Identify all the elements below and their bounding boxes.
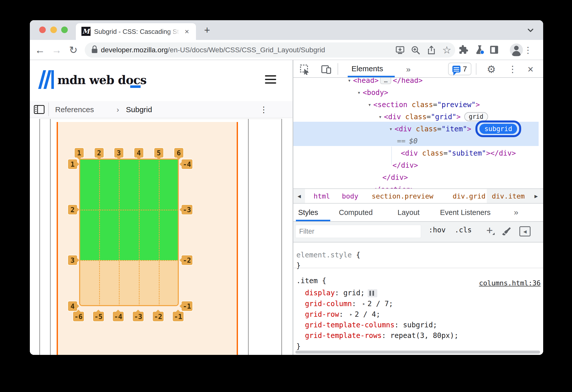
rule-element-style-close: } <box>296 260 301 271</box>
dom-close-div-item[interactable]: </div> <box>392 159 418 171</box>
crumb-scroll-right-icon[interactable]: ▶ <box>530 189 542 203</box>
breadcrumb-references[interactable]: References <box>55 105 94 114</box>
rule-divider <box>293 268 543 268</box>
css-property-grid-column[interactable]: grid-column: ▸2 / 7; <box>305 298 393 309</box>
rendering-brush-icon[interactable] <box>501 225 512 238</box>
divider <box>48 103 49 116</box>
sidebar-toggle-icon[interactable] <box>34 105 45 114</box>
tab-event-listeners[interactable]: Event Listeners <box>440 208 491 217</box>
crumb-scroll-left-icon[interactable]: ◀ <box>293 189 305 203</box>
back-icon[interactable]: ← <box>33 40 47 60</box>
side-panel-icon[interactable] <box>489 44 500 56</box>
example-border-line <box>248 119 249 355</box>
tab-close-icon[interactable]: × <box>182 27 192 36</box>
mdn-logo-text[interactable]: mdn web docs <box>57 73 146 87</box>
new-tab-button[interactable]: + <box>201 24 213 36</box>
share-icon[interactable] <box>426 45 436 55</box>
css-property-display[interactable]: display: grid; <box>305 287 377 298</box>
install-icon[interactable] <box>395 45 405 55</box>
rule-item-selector[interactable]: .item { <box>296 275 326 286</box>
mdn-logo-underscore <box>130 85 141 88</box>
tab-search-chevron-icon[interactable] <box>526 26 535 36</box>
expand-longhand-icon[interactable]: ▸ <box>350 311 353 317</box>
tab-elements[interactable]: Elements <box>351 60 383 77</box>
dom-node-head[interactable]: ▾<head>…</head> <box>348 78 423 86</box>
forward-icon[interactable]: → <box>50 40 63 60</box>
grid-line-number: -1 <box>172 311 184 322</box>
more-style-tabs-icon[interactable]: » <box>514 208 518 217</box>
stylesheet-source-link[interactable]: columns.html:36 <box>479 279 541 287</box>
tab-computed[interactable]: Computed <box>339 208 373 217</box>
crumb-body[interactable]: body <box>342 192 358 200</box>
rule-element-style[interactable]: element.style { <box>296 250 360 260</box>
dom-close-section[interactable]: </section> <box>372 183 415 188</box>
grid-badge[interactable]: grid <box>464 112 488 121</box>
hamburger-menu-icon[interactable] <box>265 75 276 84</box>
grid-line-number: 3 <box>114 148 124 158</box>
pseudo-state-toggle[interactable]: :hov <box>429 226 446 234</box>
settings-gear-icon[interactable]: ⚙ <box>486 64 497 75</box>
expand-arrow-icon[interactable]: ▾ <box>368 102 371 108</box>
css-property-grid-template-rows[interactable]: grid-template-rows: repeat(3, 80px); <box>305 330 458 341</box>
divider <box>476 63 476 75</box>
dom-node-div-subitem[interactable]: <div class="subitem"></div> <box>401 147 516 159</box>
crumb-html[interactable]: html <box>314 192 330 200</box>
grid-editor-icon[interactable] <box>368 289 377 297</box>
tab-styles[interactable]: Styles <box>298 208 318 217</box>
grid-line-number: -6 <box>73 311 84 322</box>
expand-arrow-icon[interactable]: ▾ <box>389 126 392 132</box>
dom-close-div-grid[interactable]: </div> <box>382 171 408 183</box>
mdn-logo-icon[interactable] <box>38 70 54 90</box>
extensions-puzzle-icon[interactable] <box>458 44 469 56</box>
dom-node-div-grid[interactable]: ▾<div class="grid">grid <box>379 111 488 123</box>
active-style-tab-underline <box>296 220 330 221</box>
subgrid-badge[interactable]: subgrid <box>479 124 517 134</box>
annotation-ring: subgrid <box>475 120 521 137</box>
grid-line-number: 5 <box>154 148 164 158</box>
expand-arrow-icon[interactable]: ▾ <box>379 114 382 120</box>
device-toolbar-icon[interactable] <box>321 64 332 75</box>
desktop-background: M Subgrid - CSS: Cascading Style × + ← →… <box>0 0 572 392</box>
url-text[interactable]: developer.mozilla.org/en-US/docs/Web/CSS… <box>101 46 325 54</box>
example-border-line <box>281 119 282 355</box>
reload-icon[interactable]: ↻ <box>67 40 80 60</box>
page-menu-kebab-icon[interactable]: ⋮ <box>259 105 269 115</box>
crumb-div-grid[interactable]: div.grid <box>453 192 486 200</box>
address-bar[interactable]: developer.mozilla.org/en-US/docs/Web/CSS… <box>85 42 455 58</box>
zoom-icon[interactable] <box>410 45 421 55</box>
grid-line-number: 6 <box>174 148 184 158</box>
browser-menu-kebab-icon[interactable]: ⋮ <box>522 44 534 56</box>
dom-node-section[interactable]: ▾<section class="preview"> <box>368 99 480 111</box>
class-toggle[interactable]: .cls <box>455 226 472 234</box>
window-zoom-button[interactable] <box>61 27 68 33</box>
page-breadcrumb-bar: References › Subgrid ⋮ <box>30 101 293 118</box>
console-messages-badge[interactable]: 7 <box>448 63 471 75</box>
collapsed-content-icon[interactable]: … <box>380 78 391 84</box>
inspect-element-icon[interactable] <box>299 64 310 75</box>
browser-tab[interactable]: M Subgrid - CSS: Cascading Style × <box>76 23 196 40</box>
dom-node-body[interactable]: ▾<body> <box>357 86 388 99</box>
crumb-section-preview[interactable]: section.preview <box>372 192 433 200</box>
bookmark-star-icon[interactable]: ☆ <box>442 45 452 55</box>
crumb-div-item[interactable]: div.item <box>492 192 525 200</box>
tab-layout[interactable]: Layout <box>398 208 420 217</box>
profile-avatar[interactable] <box>510 43 523 57</box>
css-property-grid-row[interactable]: grid-row: ▸2 / 4; <box>305 309 380 320</box>
expand-arrow-icon[interactable]: ▾ <box>348 78 351 84</box>
devtools-menu-kebab-icon[interactable]: ⋮ <box>507 64 518 75</box>
styles-filter-input[interactable] <box>295 225 421 238</box>
window-close-button[interactable] <box>39 27 46 33</box>
new-style-rule-icon[interactable]: + <box>483 224 496 237</box>
window-minimize-button[interactable] <box>50 27 57 33</box>
grid-column-line <box>139 159 140 306</box>
dock-panel-icon[interactable]: ◂ <box>519 226 531 236</box>
expand-longhand-icon[interactable]: ▸ <box>362 301 365 307</box>
mdn-page: mdn web docs References › Subgrid ⋮ 1 2 <box>30 60 293 355</box>
css-property-grid-template-columns[interactable]: grid-template-columns: subgrid; <box>305 320 437 330</box>
dom-node-div-item[interactable]: ▾<div class="item">subgrid <box>389 123 521 135</box>
more-panels-icon[interactable]: » <box>403 64 414 75</box>
experiments-flask-icon[interactable] <box>474 44 486 56</box>
devtools-close-icon[interactable]: × <box>525 64 536 75</box>
expand-arrow-icon[interactable]: ▾ <box>357 89 361 96</box>
horizontal-scrollbar[interactable] <box>295 351 540 354</box>
